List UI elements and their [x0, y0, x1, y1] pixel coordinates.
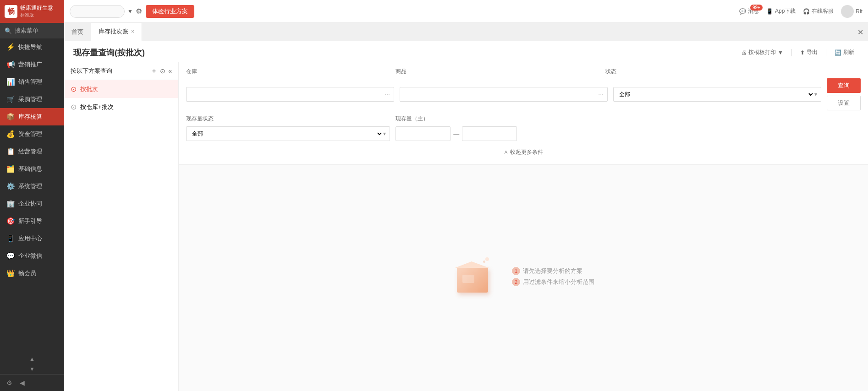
warehouse-input-row[interactable]: ···	[186, 87, 394, 102]
sidebar-item-finance[interactable]: 💰 资金管理	[0, 125, 64, 143]
sidebar-item-app-center[interactable]: 📱 应用中心	[0, 230, 64, 247]
scheme-item-by-warehouse-batch[interactable]: ⊙ 按仓库+批次	[64, 98, 178, 116]
footer-settings-icon[interactable]: ⚙	[6, 379, 12, 386]
print-btn[interactable]: 🖨 按模板打印 ▼	[736, 47, 788, 58]
footer-collapse-icon[interactable]: ◀	[20, 379, 25, 386]
divider1	[791, 49, 792, 56]
status-select[interactable]: 全部 正常 停用	[617, 91, 814, 98]
sidebar-item-operation[interactable]: 📋 经营管理	[0, 143, 64, 160]
phone-icon: 📱	[766, 8, 773, 15]
collapse-more-btn[interactable]: ∧ 收起更多条件	[186, 146, 861, 159]
sidebar-item-sales[interactable]: 📊 销售管理	[0, 73, 64, 91]
product-input[interactable]	[404, 91, 598, 98]
inventory-icon: 📦	[6, 113, 15, 121]
sidebar-item-inventory[interactable]: 📦 库存核算	[0, 108, 64, 125]
panel-close-btn[interactable]: ✕	[857, 27, 863, 36]
search-menu-label: 搜索菜单	[15, 27, 38, 35]
topbar-settings-btn[interactable]: ⚙	[136, 7, 142, 16]
topbar-dropdown-btn[interactable]: ▼	[127, 8, 133, 15]
status-label: 状态	[605, 68, 809, 76]
sidebar-scroll-down[interactable]: ▼	[0, 364, 64, 374]
export-btn[interactable]: ⬆ 导出	[796, 47, 822, 58]
sidebar-scroll-up[interactable]: ▲	[0, 354, 64, 364]
export-label: 导出	[807, 49, 818, 56]
inventory-qty-to[interactable]	[462, 126, 517, 141]
collapse-panel-btn[interactable]: «	[168, 67, 172, 75]
tab-close-btn[interactable]: ×	[131, 28, 134, 35]
online-service-btn[interactable]: 🎧 在线客服	[803, 7, 834, 15]
sidebar-item-label-finance: 资金管理	[18, 130, 42, 138]
add-scheme-btn[interactable]: ＋	[151, 67, 157, 75]
divider2	[826, 49, 826, 56]
app-download-btn[interactable]: 📱 App下载	[766, 7, 796, 15]
sidebar-nav: ⚡ 快捷导航📢 营销推广📊 销售管理🛒 采购管理📦 库存核算💰 资金管理📋 经营…	[0, 38, 64, 354]
username-label: Rit	[856, 8, 863, 15]
inventory-status-select[interactable]: 全部 有库存 无库存	[190, 130, 383, 137]
inventory-status-label: 现存量状态	[186, 115, 390, 123]
topbar-actions: 💬 消息 99+ 📱 App下载 🎧 在线客服 Rit	[739, 5, 863, 18]
sidebar-item-label-purchase: 采购管理	[18, 95, 42, 103]
inventory-status-field: 现存量状态 全部 有库存 无库存 ▾	[186, 115, 390, 141]
sidebar-item-label-operation: 经营管理	[18, 147, 42, 156]
scheme-settings-btn[interactable]: ⊙	[160, 67, 165, 75]
warehouse-input[interactable]	[190, 91, 385, 98]
online-service-label: 在线客服	[812, 7, 834, 15]
inventory-status-select-row[interactable]: 全部 有库存 无库存 ▾	[186, 126, 390, 141]
search-icon: 🔍	[5, 27, 12, 34]
sidebar-item-label-sales: 销售管理	[18, 78, 42, 86]
tab-inventory-batch[interactable]: 库存批次账 ×	[91, 23, 142, 41]
sidebar-item-newbie[interactable]: 🎯 新手引导	[0, 212, 64, 230]
sidebar-item-enterprise-wechat[interactable]: 💬 企业微信	[0, 247, 64, 265]
right-panel: 仓库 商品 状态 ···	[179, 62, 868, 391]
scheme-query-label: 按以下方案查询	[71, 67, 112, 75]
inventory-qty-field: 现存量（主） —	[396, 115, 599, 141]
hint-num-2: 2	[512, 278, 520, 286]
purchase-icon: 🛒	[6, 95, 15, 103]
sidebar-item-label-marketing: 营销推广	[18, 60, 42, 69]
system-icon: ⚙️	[6, 182, 15, 190]
sidebar-item-enterprise[interactable]: 🏢 企业协同	[0, 195, 64, 212]
sidebar-item-label-enterprise: 企业协同	[18, 200, 42, 208]
inventory-qty-from[interactable]	[396, 126, 450, 141]
experience-industry-btn[interactable]: 体验行业方案	[146, 5, 194, 18]
product-field: ···	[400, 87, 608, 102]
message-btn[interactable]: 💬 消息 99+	[739, 7, 759, 15]
scheme-item-by-batch[interactable]: ⊙ 按批次	[64, 80, 178, 98]
app-download-label: App下载	[775, 7, 796, 15]
product-dots-icon[interactable]: ···	[598, 91, 604, 98]
sidebar-item-quick-nav[interactable]: ⚡ 快捷导航	[0, 38, 64, 56]
refresh-label: 刷新	[843, 49, 854, 56]
main-body: 按以下方案查询 ＋ ⊙ « ⊙ 按批次	[64, 62, 868, 391]
sidebar-footer: ⚙ ◀	[0, 374, 64, 391]
sidebar-item-marketing[interactable]: 📢 营销推广	[0, 56, 64, 73]
tab-home[interactable]: 首页	[64, 23, 91, 41]
topbar-search-input[interactable]	[70, 5, 125, 18]
status-select-row[interactable]: 全部 正常 停用 ▾	[613, 87, 821, 102]
user-profile-btn[interactable]: Rit	[841, 5, 863, 18]
collapse-more-label: 收起更多条件	[510, 149, 543, 155]
enterprise-icon: 🏢	[6, 200, 15, 208]
sidebar-item-basic[interactable]: 🗂️ 基础信息	[0, 160, 64, 178]
warehouse-dots-icon[interactable]: ···	[385, 91, 390, 98]
sidebar-item-vip[interactable]: 👑 畅会员	[0, 265, 64, 282]
print-icon: 🖨	[741, 49, 747, 56]
hint-text-2: 用过滤条件来缩小分析范围	[523, 278, 594, 286]
search-menu[interactable]: 🔍 搜索菜单	[0, 23, 64, 38]
sidebar-item-label-vip: 畅会员	[18, 269, 36, 277]
basic-icon: 🗂️	[6, 165, 15, 173]
page-title: 现存量查询(按批次)	[73, 47, 145, 58]
query-btn[interactable]: 查询	[827, 78, 861, 93]
sidebar-item-system[interactable]: ⚙️ 系统管理	[0, 178, 64, 195]
main-area: ▼ ⚙ 体验行业方案 💬 消息 99+ 📱 App下载 🎧 在线客服 Rit	[64, 0, 868, 391]
sidebar-item-purchase[interactable]: 🛒 采购管理	[0, 91, 64, 108]
tab-home-label: 首页	[71, 28, 83, 36]
sales-icon: 📊	[6, 78, 15, 86]
export-icon: ⬆	[800, 49, 805, 56]
refresh-btn[interactable]: 🔄 刷新	[830, 47, 859, 58]
page-header: 现存量查询(按批次) 🖨 按模板打印 ▼ ⬆ 导出 🔄 刷新	[64, 41, 868, 62]
product-input-row[interactable]: ···	[400, 87, 608, 102]
range-separator: —	[453, 130, 459, 137]
hint-text-1: 请先选择要分析的方案	[523, 267, 582, 275]
sidebar-item-label-app-center: 应用中心	[18, 234, 42, 243]
settings-btn[interactable]: 设置	[827, 96, 861, 110]
